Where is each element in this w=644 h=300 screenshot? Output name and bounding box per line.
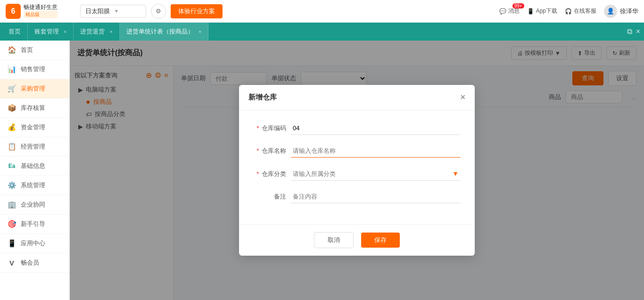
form-row-code: * 仓库编码 bbox=[253, 122, 461, 135]
sidebar-item-app-label: 应用中心 bbox=[21, 239, 45, 248]
name-input[interactable] bbox=[291, 144, 461, 158]
window-restore-icon[interactable]: ⧉ bbox=[627, 27, 632, 36]
purchase-icon: 🛒 bbox=[8, 84, 16, 93]
sidebar: 🏠 首页 📊 销售管理 🛒 采购管理 📦 库存核算 💰 资金管理 📋 经营管理 … bbox=[0, 41, 70, 300]
modal-header: 新增仓库 × bbox=[239, 85, 475, 110]
home-icon: 🏠 bbox=[8, 46, 16, 54]
user-area[interactable]: 👤 徐泽华 bbox=[604, 5, 638, 18]
sidebar-item-basic-info[interactable]: Ea 基础信息 bbox=[0, 157, 69, 176]
tab-home-label: 首页 bbox=[8, 27, 21, 36]
new-warehouse-modal: 新增仓库 × * 仓库编码 * bbox=[239, 85, 475, 256]
modal-body: * 仓库编码 * 仓库名称 bbox=[239, 110, 475, 224]
system-icon: ⚙️ bbox=[8, 181, 16, 190]
form-row-note: 备注 bbox=[253, 190, 461, 203]
tab-purchase-return-label: 进货退货 bbox=[80, 27, 105, 36]
mobile-icon: 📱 bbox=[527, 8, 534, 15]
tab-purchase-stats-label: 进货单统计表（按商品） bbox=[126, 27, 194, 36]
page-content: 进货单统计(按商品) 🖨 按模板打印 ▼ ⬆ 导出 ↻ 刷新 bbox=[70, 41, 644, 300]
required-star-2: * bbox=[256, 147, 259, 154]
modal-close-button[interactable]: × bbox=[460, 92, 465, 102]
tab-window-actions: ⧉ × bbox=[627, 27, 640, 36]
sidebar-item-finance-label: 资金管理 bbox=[21, 123, 45, 132]
online-service-button[interactable]: 🎧 在线客服 bbox=[565, 7, 596, 15]
note-label: 备注 bbox=[253, 192, 291, 201]
sidebar-item-operations-label: 经营管理 bbox=[21, 142, 45, 151]
sidebar-item-system-label: 系统管理 bbox=[21, 181, 45, 190]
message-icon: 💬 bbox=[499, 8, 506, 15]
app-download-button[interactable]: 📱 App下载 bbox=[527, 7, 557, 15]
finance-icon: 💰 bbox=[8, 123, 16, 132]
logo-area: 6 畅捷通好生意 精品版 bbox=[6, 4, 75, 19]
sidebar-item-sales[interactable]: 📊 销售管理 bbox=[0, 60, 69, 79]
sidebar-item-purchase[interactable]: 🛒 采购管理 bbox=[0, 79, 69, 99]
store-selector[interactable]: 日太阳膜 ▼ bbox=[80, 5, 146, 18]
brand-name: 畅捷通好生意 bbox=[24, 4, 58, 11]
tab-purchase-stats[interactable]: 进货单统计表（按商品） × bbox=[120, 23, 208, 41]
tab-account[interactable]: 账套管理 × bbox=[28, 23, 74, 41]
sidebar-item-guide[interactable]: 🎯 新手引导 bbox=[0, 215, 69, 234]
sales-icon: 📊 bbox=[8, 65, 16, 74]
inventory-icon: 📦 bbox=[8, 104, 16, 112]
guide-icon: 🎯 bbox=[8, 220, 16, 228]
sidebar-item-sales-label: 销售管理 bbox=[21, 65, 45, 74]
sidebar-item-app[interactable]: 📱 应用中心 bbox=[0, 234, 69, 253]
username: 徐泽华 bbox=[620, 7, 638, 16]
code-label: * 仓库编码 bbox=[253, 124, 291, 133]
enterprise-icon: 🏢 bbox=[8, 200, 16, 209]
name-label: * 仓库名称 bbox=[253, 147, 291, 155]
messages-badge: 99+ bbox=[512, 3, 524, 8]
form-row-name: * 仓库名称 bbox=[253, 144, 461, 158]
nav-tabs: 首页 账套管理 × 进货退货 × 进货单统计表（按商品） × ⧉ × bbox=[0, 23, 644, 41]
modal-overlay: 新增仓库 × * 仓库编码 * bbox=[70, 41, 644, 300]
required-star: * bbox=[256, 125, 259, 132]
tab-purchase-return-close[interactable]: × bbox=[109, 29, 112, 34]
modal-title: 新增仓库 bbox=[248, 93, 277, 102]
sidebar-item-purchase-label: 采购管理 bbox=[21, 84, 45, 93]
window-close-icon[interactable]: × bbox=[636, 27, 640, 36]
trial-button[interactable]: 体验行业方案 bbox=[171, 4, 223, 18]
top-bar: 6 畅捷通好生意 精品版 日太阳膜 ▼ ⚙ 体验行业方案 💬 消息 99+ 📱 … bbox=[0, 0, 644, 23]
sidebar-item-enterprise-label: 企业协同 bbox=[21, 200, 45, 209]
headset-icon: 🎧 bbox=[565, 8, 572, 15]
modal-footer: 取消 保存 bbox=[239, 224, 475, 256]
avatar: 👤 bbox=[604, 5, 617, 18]
store-name: 日太阳膜 bbox=[85, 7, 112, 16]
app-download-label: App下载 bbox=[536, 7, 557, 15]
logo-badge: 精品版 bbox=[24, 11, 58, 18]
basic-info-icon: Ea bbox=[8, 162, 16, 170]
save-button[interactable]: 保存 bbox=[361, 233, 400, 248]
sidebar-item-home[interactable]: 🏠 首页 bbox=[0, 41, 69, 60]
sidebar-item-basic-info-label: 基础信息 bbox=[21, 162, 45, 170]
sidebar-item-operations[interactable]: 📋 经营管理 bbox=[0, 137, 69, 157]
tab-home[interactable]: 首页 bbox=[4, 23, 28, 41]
required-star-3: * bbox=[256, 170, 259, 177]
category-input[interactable] bbox=[293, 170, 452, 177]
note-input[interactable] bbox=[291, 190, 461, 203]
tab-account-close[interactable]: × bbox=[64, 29, 66, 34]
sidebar-item-enterprise[interactable]: 🏢 企业协同 bbox=[0, 195, 69, 215]
sidebar-item-vip-label: 畅会员 bbox=[21, 258, 39, 267]
main-layout: 🏠 首页 📊 销售管理 🛒 采购管理 📦 库存核算 💰 资金管理 📋 经营管理 … bbox=[0, 41, 644, 300]
code-input[interactable] bbox=[291, 122, 461, 135]
operations-icon: 📋 bbox=[8, 142, 16, 151]
sidebar-item-inventory-label: 库存核算 bbox=[21, 104, 45, 112]
sidebar-item-vip[interactable]: V 畅会员 bbox=[0, 253, 69, 273]
tab-purchase-stats-close[interactable]: × bbox=[198, 29, 201, 34]
top-actions: 💬 消息 99+ 📱 App下载 🎧 在线客服 👤 徐泽华 bbox=[499, 5, 638, 18]
chevron-down-icon: ▼ bbox=[114, 8, 141, 14]
gear-button[interactable]: ⚙ bbox=[151, 4, 166, 19]
tab-purchase-return[interactable]: 进货退货 × bbox=[74, 23, 119, 41]
form-row-category: * 仓库分类 ▼ bbox=[253, 167, 461, 181]
cancel-button[interactable]: 取消 bbox=[314, 232, 354, 248]
category-dropdown-icon: ▼ bbox=[452, 170, 459, 177]
category-select[interactable]: ▼ bbox=[291, 167, 461, 181]
app-icon: 📱 bbox=[8, 239, 16, 248]
sidebar-item-system[interactable]: ⚙️ 系统管理 bbox=[0, 176, 69, 195]
online-service-label: 在线客服 bbox=[574, 7, 596, 15]
tab-account-label: 账套管理 bbox=[34, 27, 59, 36]
sidebar-item-finance[interactable]: 💰 资金管理 bbox=[0, 118, 69, 137]
sidebar-item-home-label: 首页 bbox=[21, 46, 33, 54]
sidebar-item-guide-label: 新手引导 bbox=[21, 220, 45, 228]
messages-button[interactable]: 💬 消息 99+ bbox=[499, 7, 520, 15]
sidebar-item-inventory[interactable]: 📦 库存核算 bbox=[0, 99, 69, 118]
